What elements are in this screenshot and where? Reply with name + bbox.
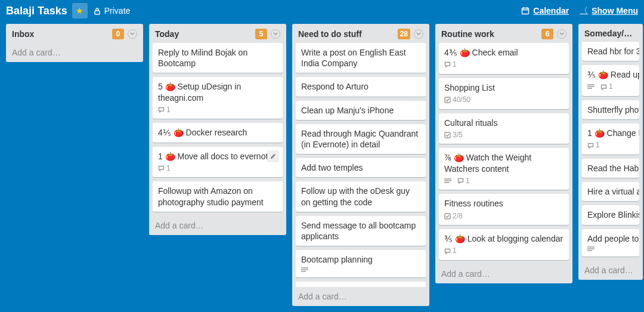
card-badges	[587, 246, 634, 252]
add-card-button[interactable]: Add a card…	[578, 261, 643, 280]
card-title: 4⅗ 🍅 Check email	[444, 47, 564, 58]
card-title: Read the Habits	[587, 163, 634, 174]
card-title: Followup with Amazon on photography stud…	[158, 186, 277, 207]
list-title: Routine work	[441, 29, 538, 39]
card[interactable]: Cultural rituals3/5	[439, 113, 569, 144]
list-title: Need to do stuff	[298, 29, 394, 39]
board-canvas[interactable]: Inbox0Add a card…Today5Reply to Milind B…	[0, 21, 644, 312]
add-card-button[interactable]: Add a card…	[435, 264, 572, 283]
edit-card-icon[interactable]	[267, 150, 279, 162]
card[interactable]: Clean up Manju's iPhone	[296, 101, 426, 120]
card-title: Write a post on TPP (Trans Pacific Partn…	[301, 286, 420, 287]
card-title: Write a post on English East India Compa…	[301, 47, 420, 69]
list-header[interactable]: Someday/Mayb	[578, 24, 643, 42]
board-title[interactable]: Balaji Tasks	[6, 5, 67, 17]
card-badges: 1	[444, 60, 564, 70]
card-badges: 1	[444, 177, 564, 186]
card[interactable]: ⅗ 🍅 Read up o1	[582, 65, 639, 96]
card[interactable]: Hire a virtual ass	[582, 182, 639, 201]
card[interactable]: Read through Magic Quandrant (in Evernot…	[296, 124, 426, 154]
list-cards: Read hbr for 30 m⅗ 🍅 Read up o1Shutterfl…	[578, 42, 643, 261]
card-title: Explore Blinkist - summarie	[587, 209, 634, 220]
show-menu-link[interactable]: 〈 Show Menu	[580, 5, 638, 16]
card[interactable]: 1 🍅 Move all docs to evernote1	[153, 147, 283, 178]
card[interactable]: 1 🍅 Change Na subscription to M1	[582, 123, 639, 155]
card[interactable]: Add two temples	[296, 158, 426, 177]
card-badges: 1	[587, 82, 634, 92]
add-card-button[interactable]: Add a card…	[149, 216, 286, 235]
card[interactable]: 4⅗ 🍅 Check email1	[439, 43, 569, 74]
card[interactable]: Read hbr for 30 m	[582, 42, 639, 61]
star-button[interactable]: ★	[72, 3, 88, 18]
card[interactable]: Explore Blinkist - summarie	[582, 205, 639, 224]
card-title: Cultural rituals	[444, 118, 564, 128]
calendar-icon	[521, 7, 530, 15]
card[interactable]: ⅗ 🍅 Look at blogging calendar1	[439, 229, 569, 260]
card-title: ⅞ 🍅 Watch the Weight Watchers content	[444, 152, 564, 174]
board-header: Balaji Tasks ★ Private Calendar 〈 Show M…	[0, 0, 644, 21]
card[interactable]: Follow up with the oDesk guy on getting …	[296, 181, 426, 211]
card[interactable]: ⅞ 🍅 Watch the Weight Watchers content1	[439, 148, 569, 190]
comments-badge: 1	[600, 82, 613, 92]
card-title: 4⅕ 🍅 Docker research	[158, 127, 277, 138]
card[interactable]: 5 🍅 Setup uDesign in theagni.com1	[153, 77, 283, 119]
card[interactable]: Followup with Amazon on photography stud…	[153, 181, 283, 211]
card[interactable]: Add people to M website	[582, 229, 639, 257]
svg-rect-2	[445, 97, 450, 103]
list-header[interactable]: Routine work6	[435, 24, 572, 43]
list-menu-icon[interactable]	[414, 29, 423, 39]
checklist-badge: 40/50	[444, 95, 470, 105]
list-header[interactable]: Need to do stuff28	[292, 24, 429, 43]
comments-badge: 1	[587, 141, 600, 150]
card-badges: 40/50	[444, 95, 564, 105]
list-menu-icon[interactable]	[128, 29, 137, 39]
card-title: Bootcamp planning	[301, 254, 420, 265]
privacy-button[interactable]: Private	[94, 6, 131, 16]
card-title: Add two temples	[301, 162, 420, 173]
checklist-badge: 3/5	[444, 131, 463, 140]
card-title: Reply to Milind Bojak on Bootcamp	[158, 47, 277, 69]
checklist-badge: 2/8	[444, 212, 463, 221]
card-title: Read hbr for 30 m	[587, 46, 634, 57]
svg-rect-0	[95, 11, 100, 14]
list: Today5Reply to Milind Bojak on Bootcamp5…	[149, 24, 286, 235]
card[interactable]: Shutterfly photo https://www.shut books	[582, 100, 639, 119]
comments-badge: 1	[158, 164, 171, 174]
list-header[interactable]: Today5	[149, 24, 286, 43]
list: Inbox0Add a card…	[6, 24, 143, 62]
list-menu-icon[interactable]	[557, 29, 566, 39]
card[interactable]: Read the Habits	[582, 159, 639, 178]
card-title: Send message to all bootcamp applicants	[301, 220, 420, 242]
description-icon	[587, 246, 595, 252]
star-icon: ★	[76, 6, 83, 16]
list: Routine work64⅗ 🍅 Check email1Shopping L…	[435, 24, 572, 283]
card-title: Shopping List	[444, 82, 564, 93]
card[interactable]: Write a post on TPP (Trans Pacific Partn…	[296, 282, 426, 287]
card-title: 1 🍅 Change Na subscription to M	[587, 128, 634, 138]
card[interactable]: Shopping List40/50	[439, 78, 569, 109]
card[interactable]: Reply to Milind Bojak on Bootcamp	[153, 43, 283, 73]
card[interactable]: Respond to Arturo	[296, 77, 426, 96]
list-count-badge: 28	[398, 29, 410, 39]
list-header[interactable]: Inbox0	[6, 24, 143, 43]
card-title: ⅗ 🍅 Look at blogging calendar	[444, 233, 564, 244]
add-card-button[interactable]: Add a card…	[292, 287, 429, 306]
card[interactable]: Send message to all bootcamp applicants	[296, 216, 426, 246]
card[interactable]: Fitness routines2/8	[439, 194, 569, 225]
list: Someday/MaybRead hbr for 30 m⅗ 🍅 Read up…	[578, 24, 643, 280]
calendar-link[interactable]: Calendar	[521, 6, 569, 16]
card-title: Read through Magic Quandrant (in Evernot…	[301, 128, 420, 150]
card[interactable]: 4⅕ 🍅 Docker research	[153, 123, 283, 142]
add-card-button[interactable]: Add a card…	[6, 43, 143, 62]
card[interactable]: Bootcamp planning	[296, 250, 426, 277]
list-menu-icon[interactable]	[271, 29, 280, 39]
description-icon	[444, 178, 451, 184]
card[interactable]: Write a post on English East India Compa…	[296, 43, 426, 73]
list-cards: Reply to Milind Bojak on Bootcamp5 🍅 Set…	[149, 43, 286, 216]
privacy-label: Private	[104, 6, 131, 16]
list-title: Inbox	[12, 29, 109, 39]
card-badges: 3/5	[444, 131, 564, 140]
list-cards: 4⅗ 🍅 Check email1Shopping List40/50Cultu…	[435, 43, 572, 264]
card-badges	[301, 267, 420, 273]
comments-badge: 1	[158, 106, 171, 115]
